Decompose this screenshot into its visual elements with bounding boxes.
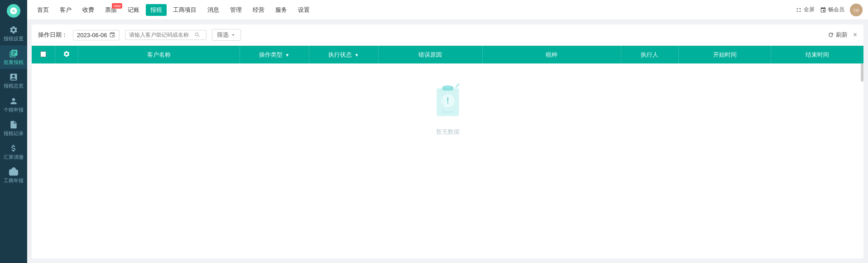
- ops-filter-icon: ▼: [285, 53, 290, 58]
- empty-illustration: !: [427, 82, 468, 122]
- nav-service[interactable]: 服务: [271, 4, 292, 16]
- th-executor: 执行人: [621, 46, 679, 63]
- data-table: 客户名称 操作类型 ▼ 执行状态 ▼ 错误原因: [32, 46, 863, 63]
- sidebar-item-settlement-label: 汇算清缴: [4, 154, 24, 160]
- scrollbar[interactable]: [861, 63, 863, 82]
- refresh-icon: [828, 32, 834, 38]
- th-error-reason: 错误原因: [378, 46, 482, 63]
- nav-management[interactable]: 管理: [225, 4, 246, 16]
- fullscreen-btn[interactable]: 全屏: [796, 6, 815, 14]
- table-body-area: ! 暂无数据: [32, 63, 863, 258]
- sidebar-item-settlement[interactable]: 汇算清缴: [0, 140, 27, 164]
- nav-business[interactable]: 工商项目: [168, 4, 201, 16]
- member-label: 畅会员: [828, 6, 844, 14]
- toolbar-right: 刷新 ×: [828, 31, 857, 39]
- nav-billing[interactable]: 收费: [78, 4, 99, 16]
- logo-icon: [7, 4, 20, 18]
- invoice-badge: new: [112, 3, 122, 9]
- date-picker[interactable]: 2023-06-06: [73, 30, 120, 40]
- sidebar-item-tax-settings-label: 报税设置: [4, 36, 24, 42]
- member-icon: [820, 7, 826, 13]
- search-input[interactable]: [129, 32, 192, 38]
- nav-settings[interactable]: 设置: [293, 4, 314, 16]
- th-end-time: 结束时间: [771, 46, 863, 63]
- calendar-icon: [109, 32, 115, 38]
- sidebar-item-personal-tax[interactable]: 个税申报: [0, 93, 27, 117]
- refresh-label: 刷新: [836, 31, 848, 39]
- top-nav: 首页 客户 收费 票据 new 记账 报税 工商项目 消息: [27, 0, 868, 20]
- date-label: 操作日期：: [38, 31, 67, 39]
- nav-messages[interactable]: 消息: [203, 4, 224, 16]
- refresh-button[interactable]: 刷新: [828, 31, 848, 39]
- sidebar-item-personal-tax-label: 个税申报: [4, 107, 24, 113]
- logo: [0, 0, 27, 22]
- th-settings[interactable]: [55, 46, 78, 63]
- date-value: 2023-06-06: [77, 32, 107, 39]
- sidebar-item-tax-settings[interactable]: 报税设置: [0, 22, 27, 45]
- nav-items: 首页 客户 收费 票据 new 记账 报税 工商项目 消息: [33, 4, 796, 16]
- svg-text:CE: CE: [854, 8, 859, 12]
- close-button[interactable]: ×: [853, 31, 857, 39]
- member-btn[interactable]: 畅会员: [820, 6, 844, 14]
- table-header-row: 客户名称 操作类型 ▼ 执行状态 ▼ 错误原因: [32, 46, 863, 63]
- svg-text:!: !: [446, 96, 449, 105]
- filter-label: 筛选: [217, 31, 229, 39]
- nav-tax[interactable]: 报税: [146, 4, 167, 16]
- th-start-time: 开始时间: [679, 46, 771, 63]
- fullscreen-label: 全屏: [804, 6, 815, 14]
- fullscreen-icon: [796, 7, 802, 13]
- search-box[interactable]: [125, 30, 206, 40]
- th-checkbox[interactable]: [32, 46, 55, 63]
- svg-line-8: [456, 85, 458, 88]
- nav-finance[interactable]: 经营: [248, 4, 269, 16]
- sidebar-item-annual-report-label: 工商年报: [4, 178, 24, 184]
- sidebar-item-tax-overview-label: 报税总览: [4, 83, 24, 89]
- nav-invoice[interactable]: 票据 new: [101, 4, 121, 16]
- nav-home[interactable]: 首页: [33, 4, 53, 16]
- table-container: 操作日期： 2023-06-06 筛选 刷新: [32, 24, 863, 258]
- empty-text: 暂无数据: [436, 128, 460, 136]
- empty-state: ! 暂无数据: [32, 63, 863, 154]
- sidebar-item-tax-records-label: 报税记录: [4, 131, 24, 136]
- content-area: 操作日期： 2023-06-06 筛选 刷新: [27, 20, 868, 263]
- sidebar-item-annual-report[interactable]: 工商年报: [0, 164, 27, 187]
- th-exec-status[interactable]: 执行状态 ▼: [309, 46, 378, 63]
- column-settings-icon: [63, 50, 70, 58]
- select-all-checkbox[interactable]: [40, 51, 46, 57]
- search-icon: [194, 32, 201, 38]
- nav-right: 全屏 畅会员 CE: [796, 4, 863, 16]
- sidebar: 报税设置 批量报税 报税总览 个税申报 报税记录 汇算清缴 工商年报: [0, 0, 27, 263]
- sidebar-item-tax-records[interactable]: 报税记录: [0, 117, 27, 140]
- svg-rect-5: [445, 85, 451, 88]
- toolbar: 操作日期： 2023-06-06 筛选 刷新: [32, 24, 863, 46]
- nav-bookkeeping[interactable]: 记账: [123, 4, 144, 16]
- sidebar-item-batch-tax[interactable]: 批量报税: [0, 45, 27, 69]
- sidebar-item-batch-tax-label: 批量报税: [4, 59, 24, 65]
- th-customer-name: 客户名称: [78, 46, 240, 63]
- avatar[interactable]: CE: [850, 4, 863, 16]
- nav-customer[interactable]: 客户: [55, 4, 76, 16]
- main-area: 首页 客户 收费 票据 new 记账 报税 工商项目 消息: [27, 0, 868, 263]
- status-filter-icon: ▼: [355, 53, 359, 58]
- th-ops-type[interactable]: 操作类型 ▼: [240, 46, 309, 63]
- th-tax-type: 税种: [482, 46, 621, 63]
- filter-button[interactable]: 筛选: [212, 29, 241, 41]
- chevron-down-icon: [230, 32, 236, 38]
- sidebar-item-tax-overview[interactable]: 报税总览: [0, 69, 27, 93]
